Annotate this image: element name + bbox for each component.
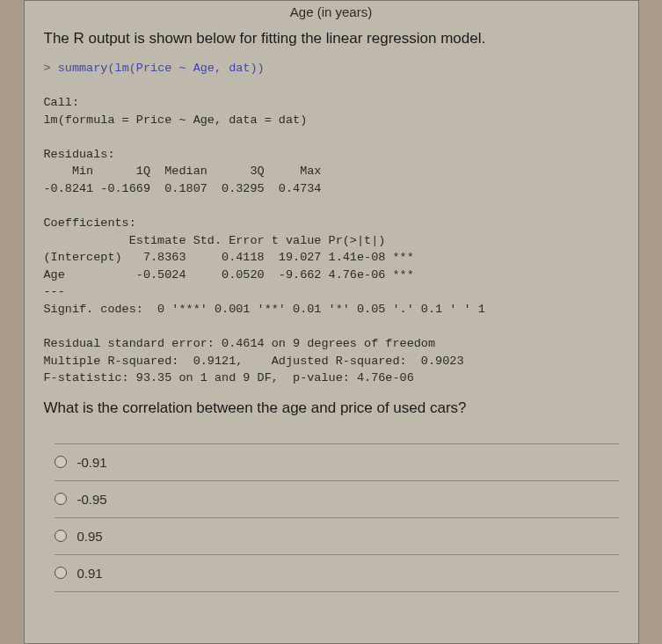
option-label: -0.91: [77, 455, 107, 470]
option-label: -0.95: [77, 492, 107, 507]
option-2[interactable]: -0.95: [55, 480, 619, 517]
coef-row-age: Age -0.5024 0.0520 -9.662 4.76e-06 ***: [44, 268, 414, 282]
residuals-header: Residuals:: [44, 148, 115, 161]
residuals-cols: Min 1Q Median 3Q Max: [44, 165, 322, 178]
f-line: F-statistic: 93.35 on 1 and 9 DF, p-valu…: [44, 371, 414, 384]
option-label: 0.95: [77, 529, 103, 544]
option-4[interactable]: 0.91: [55, 554, 619, 592]
intro-text: The R output is shown below for fitting …: [25, 30, 638, 48]
r-output: > summary(lm(Price ~ Age, dat)) Call: lm…: [25, 60, 638, 387]
coef-cols: Estimate Std. Error t value Pr(>|t|): [44, 234, 386, 247]
call-line: lm(formula = Price ~ Age, data = dat): [44, 113, 308, 127]
signif-codes: Signif. codes: 0 '***' 0.001 '**' 0.01 '…: [44, 303, 485, 316]
summary-command: summary(lm(Price ~ Age, dat)): [58, 62, 265, 75]
question-text: What is the correlation between the age …: [25, 399, 638, 417]
rse-line: Residual standard error: 0.4614 on 9 deg…: [44, 337, 436, 350]
option-1[interactable]: -0.91: [55, 443, 619, 480]
radio-icon[interactable]: [55, 530, 67, 542]
radio-icon[interactable]: [55, 456, 67, 468]
coef-sep: ---: [44, 285, 65, 298]
r2-line: Multiple R-squared: 0.9121, Adjusted R-s…: [44, 355, 464, 368]
radio-icon[interactable]: [55, 567, 67, 579]
question-card: Age (in years) The R output is shown bel…: [24, 0, 639, 644]
residuals-vals: -0.8241 -0.1669 0.1807 0.3295 0.4734: [44, 182, 322, 195]
option-3[interactable]: 0.95: [55, 517, 619, 554]
options-list: -0.91 -0.95 0.95 0.91: [25, 443, 638, 610]
axis-label: Age (in years): [25, 4, 638, 19]
radio-icon[interactable]: [55, 493, 67, 505]
call-header: Call:: [44, 96, 80, 109]
option-label: 0.91: [77, 566, 103, 581]
prompt-char: >: [44, 62, 51, 75]
coef-row-intercept: (Intercept) 7.8363 0.4118 19.027 1.41e-0…: [44, 251, 414, 264]
coef-header: Coefficients:: [44, 216, 136, 230]
